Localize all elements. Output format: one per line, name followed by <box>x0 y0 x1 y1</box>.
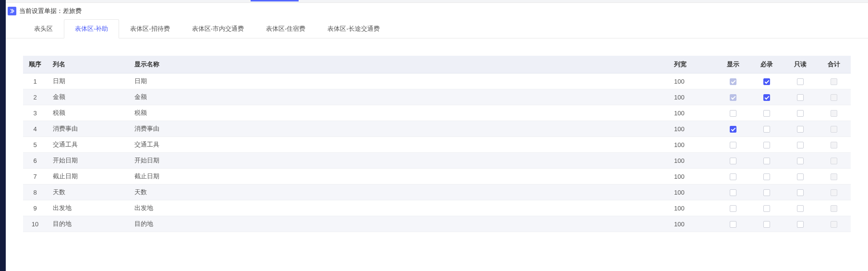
checkbox-readonly[interactable] <box>797 173 804 180</box>
checkbox-required[interactable] <box>763 221 770 228</box>
tab-3[interactable]: 表体区-市内交通费 <box>181 19 255 38</box>
checkbox-sum <box>831 189 837 196</box>
checkbox-sum <box>831 78 837 85</box>
cell-readonly <box>784 74 817 89</box>
th-readonly: 只读 <box>784 56 817 74</box>
cell-sum <box>817 185 851 200</box>
cell-readonly <box>784 216 817 232</box>
cell-show <box>716 89 750 105</box>
cell-display: 金额 <box>129 89 668 105</box>
checkbox-required[interactable] <box>763 78 770 85</box>
checkbox-sum <box>831 205 837 212</box>
cell-show <box>716 105 750 121</box>
checkbox-readonly[interactable] <box>797 221 804 228</box>
cell-name: 目的地 <box>47 216 129 232</box>
table-row: 6开始日期开始日期100 <box>23 153 851 169</box>
tabs-bar: 表头区表体区-补助表体区-招待费表体区-市内交通费表体区-住宿费表体区-长途交通… <box>6 19 868 38</box>
cell-seq: 10 <box>23 216 47 232</box>
cell-name: 消费事由 <box>47 121 129 137</box>
th-width: 列宽 <box>668 56 716 74</box>
cell-show <box>716 137 750 153</box>
table-row: 10目的地目的地100 <box>23 216 851 232</box>
checkbox-readonly[interactable] <box>797 189 804 196</box>
checkbox-readonly[interactable] <box>797 94 804 101</box>
tab-1[interactable]: 表体区-补助 <box>64 19 119 38</box>
cell-show <box>716 153 750 169</box>
cell-display: 开始日期 <box>129 153 668 169</box>
checkbox-readonly[interactable] <box>797 78 804 85</box>
cell-readonly <box>784 185 817 200</box>
checkbox-sum <box>831 173 837 180</box>
cell-seq: 6 <box>23 153 47 169</box>
cell-display: 截止日期 <box>129 169 668 185</box>
tab-2[interactable]: 表体区-招待费 <box>119 19 181 38</box>
checkbox-required[interactable] <box>763 94 770 101</box>
cell-display: 消费事由 <box>129 121 668 137</box>
cell-seq: 3 <box>23 105 47 121</box>
cell-required <box>750 216 784 232</box>
cell-sum <box>817 216 851 232</box>
checkbox-readonly[interactable] <box>797 142 804 148</box>
tab-label: 表体区-住宿费 <box>266 25 305 32</box>
cell-width: 100 <box>668 89 716 105</box>
current-doc-label: 当前设置单据： <box>19 7 63 15</box>
checkbox-readonly[interactable] <box>797 205 804 212</box>
checkbox-show[interactable] <box>730 221 736 228</box>
checkbox-readonly[interactable] <box>797 110 804 117</box>
cell-required <box>750 200 784 216</box>
cell-width: 100 <box>668 185 716 200</box>
cell-sum <box>817 121 851 137</box>
tab-4[interactable]: 表体区-住宿费 <box>255 19 316 38</box>
table-row: 8天数天数100 <box>23 185 851 200</box>
cell-display: 天数 <box>129 185 668 200</box>
cell-show <box>716 185 750 200</box>
th-name: 列名 <box>47 56 129 74</box>
checkbox-show[interactable] <box>730 126 736 133</box>
cell-width: 100 <box>668 153 716 169</box>
cell-show <box>716 121 750 137</box>
checkbox-show[interactable] <box>730 142 736 148</box>
checkbox-sum <box>831 126 837 133</box>
tab-label: 表体区-长途交通费 <box>327 25 379 32</box>
checkbox-show <box>730 94 736 101</box>
cell-sum <box>817 105 851 121</box>
cell-readonly <box>784 121 817 137</box>
cell-seq: 2 <box>23 89 47 105</box>
cell-seq: 7 <box>23 169 47 185</box>
tab-0[interactable]: 表头区 <box>23 19 64 38</box>
checkbox-show[interactable] <box>730 205 736 212</box>
cell-name: 交通工具 <box>47 137 129 153</box>
checkbox-required[interactable] <box>763 173 770 180</box>
tab-5[interactable]: 表体区-长途交通费 <box>316 19 390 38</box>
checkbox-show[interactable] <box>730 189 736 196</box>
cell-sum <box>817 137 851 153</box>
checkbox-required[interactable] <box>763 189 770 196</box>
checkbox-show <box>730 78 736 85</box>
checkbox-show[interactable] <box>730 158 736 164</box>
cell-name: 天数 <box>47 185 129 200</box>
cell-required <box>750 169 784 185</box>
th-display: 显示名称 <box>129 56 668 74</box>
cell-required <box>750 74 784 89</box>
cell-show <box>716 169 750 185</box>
top-tab-indicator <box>251 0 299 1</box>
checkbox-required[interactable] <box>763 126 770 133</box>
checkbox-show[interactable] <box>730 110 736 117</box>
checkbox-show[interactable] <box>730 173 736 180</box>
cell-sum <box>817 200 851 216</box>
checkbox-readonly[interactable] <box>797 158 804 164</box>
cell-display: 税额 <box>129 105 668 121</box>
cell-seq: 8 <box>23 185 47 200</box>
th-show: 显示 <box>716 56 750 74</box>
checkbox-required[interactable] <box>763 110 770 117</box>
cell-name: 开始日期 <box>47 153 129 169</box>
checkbox-required[interactable] <box>763 142 770 148</box>
checkbox-required[interactable] <box>763 205 770 212</box>
table-row: 1日期日期100 <box>23 74 851 89</box>
checkbox-required[interactable] <box>763 158 770 164</box>
cell-readonly <box>784 137 817 153</box>
cell-sum <box>817 169 851 185</box>
checkbox-readonly[interactable] <box>797 126 804 133</box>
expand-icon[interactable] <box>8 7 16 15</box>
checkbox-sum <box>831 142 837 148</box>
